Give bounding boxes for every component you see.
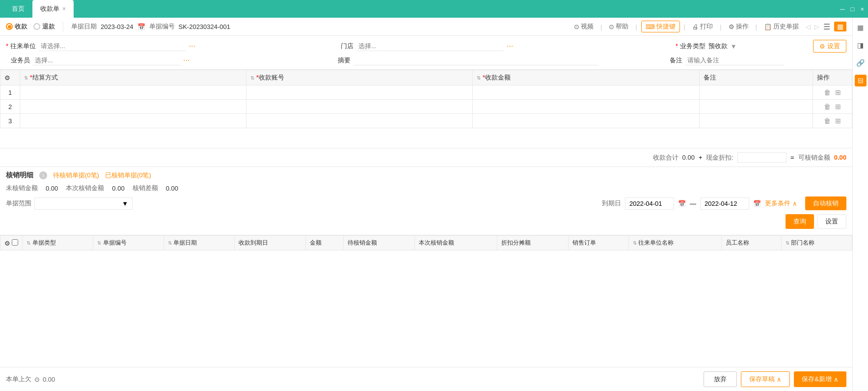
save-draft-chevron[interactable]: ∧: [777, 376, 782, 383]
discard-button[interactable]: 放弃: [704, 371, 737, 387]
summary-label: 摘要: [338, 56, 351, 65]
partner-label: 往来单位: [6, 42, 36, 51]
info-icon[interactable]: i: [39, 171, 47, 179]
row-2-delete-icon[interactable]: 🗑: [824, 103, 831, 111]
row-2-account[interactable]: [246, 100, 473, 114]
calendar-from-icon[interactable]: 📅: [678, 200, 686, 207]
discount-input[interactable]: [737, 152, 787, 163]
minimize-icon[interactable]: ─: [840, 5, 844, 13]
save-new-button[interactable]: 保存&新增 ∧: [794, 371, 846, 387]
radio-refund[interactable]: 退款: [33, 22, 55, 31]
ops-btn[interactable]: ⚙ 操作: [726, 21, 752, 32]
row-3-ops: 🗑 ⊞: [813, 114, 852, 128]
salesperson-label: 业务员: [11, 56, 30, 65]
setting-btn2[interactable]: 设置: [817, 214, 846, 229]
toolbar-row: 收款 退款 单据日期 2023-03-24 📅 单据编号 SK-20230324…: [0, 18, 852, 36]
list-view-icon[interactable]: ☰: [823, 22, 830, 31]
radio-receipt[interactable]: 收款: [6, 22, 27, 31]
date-from-input[interactable]: [625, 197, 674, 210]
history-btn[interactable]: 📋 历史单据: [761, 21, 802, 32]
print-icon: 🖨: [692, 23, 699, 30]
row-1-copy-icon[interactable]: ⊞: [835, 88, 841, 96]
more-conditions-btn[interactable]: 更多条件 ∧: [765, 199, 797, 208]
bottom-table-section: ⚙ ⇅ 单据类型 ⇅ 单据编号 ⇅ 单据日期 收款到期日 金额 待核销金额 本次…: [0, 235, 852, 367]
row-3-copy-icon[interactable]: ⊞: [835, 117, 841, 125]
row-1-note[interactable]: [699, 85, 813, 100]
save-draft-button[interactable]: 保存草稿 ∧: [741, 371, 790, 387]
help-btn[interactable]: ⊙ 帮助: [606, 21, 631, 32]
partner-field-group: 往来单位 ···: [6, 41, 321, 51]
select-all-checkbox[interactable]: [12, 239, 18, 246]
maximize-icon[interactable]: □: [851, 5, 855, 13]
calendar-to-icon[interactable]: 📅: [753, 200, 761, 207]
tab-receipt[interactable]: 收款单 ×: [32, 0, 74, 18]
sidebar-icon-paperclip[interactable]: 🔗: [855, 57, 867, 69]
row-1-delete-icon[interactable]: 🗑: [824, 88, 831, 96]
writeoff-section: 核销明细 i 待核销单据(0笔) 已核销单据(0笔) 未核销金额 0.00 本次…: [0, 167, 852, 235]
bottom-col-doc-no: ⇅ 单据编号: [93, 236, 164, 251]
row-2-note[interactable]: [699, 100, 813, 114]
row-3-amount[interactable]: [473, 114, 699, 128]
business-type-dropdown[interactable]: ▼: [731, 43, 737, 50]
settings-button[interactable]: ⚙ 设置: [813, 40, 846, 53]
uncancelled-value: 0.00: [46, 185, 58, 192]
row-1-account[interactable]: [246, 85, 473, 100]
tab-home[interactable]: 首页: [4, 0, 32, 18]
save-new-chevron[interactable]: ∧: [834, 376, 839, 383]
row-2-settlement[interactable]: [20, 100, 246, 114]
query-btn[interactable]: 查询: [786, 214, 814, 229]
sidebar-icon-4[interactable]: ⊟: [855, 75, 867, 86]
bottom-col-dept: ⇅ 部门名称: [782, 236, 852, 251]
row-1-amount[interactable]: [473, 85, 699, 100]
grid-view-icon[interactable]: ▦: [834, 22, 846, 31]
salesperson-input[interactable]: [33, 56, 180, 65]
auto-writeoff-btn[interactable]: 自动核销: [805, 196, 846, 210]
note-field-group: 备注: [650, 56, 846, 65]
form-row-2: 业务员 ··· 摘要 备注: [6, 56, 846, 65]
partner-more-icon[interactable]: ···: [189, 42, 195, 51]
table-settings-gear[interactable]: ⚙: [4, 74, 10, 82]
toolbar-actions: ⊙ 视频 | ⊙ 帮助 | ⌨ 快捷键 | 🖨 打印 | ⚙ 操作: [571, 21, 846, 32]
footer-bar: 本单上欠 ⊙ 0.00 放弃 保存草稿 ∧ 保存&新增 ∧: [0, 367, 852, 391]
doc-range-select[interactable]: ▼: [34, 197, 133, 210]
video-btn[interactable]: ⊙ 视频: [571, 21, 597, 32]
print-btn[interactable]: 🖨 打印: [689, 21, 716, 32]
summary-input[interactable]: [353, 56, 599, 65]
salesperson-field-group: 业务员 ···: [6, 56, 318, 65]
close-icon[interactable]: ×: [860, 5, 864, 13]
partner-input[interactable]: [39, 41, 186, 51]
table-gear-icon[interactable]: ⚙: [4, 240, 10, 247]
help-icon: ⊙: [609, 23, 614, 30]
sidebar-icon-1[interactable]: ▦: [855, 22, 867, 33]
store-input[interactable]: [356, 41, 504, 51]
shortcut-btn[interactable]: ⌨ 快捷键: [641, 21, 680, 32]
pending-tab[interactable]: 待核销单据(0笔): [53, 171, 99, 180]
bottom-col-pending: 待核销金额: [344, 236, 415, 251]
store-more-icon[interactable]: ···: [507, 42, 513, 51]
current-writeoff-value: 0.00: [112, 185, 124, 192]
row-2-amount[interactable]: [473, 100, 699, 114]
row-3-note[interactable]: [699, 114, 813, 128]
due-date-label: 到期日: [602, 199, 621, 208]
calendar-icon[interactable]: 📅: [137, 23, 145, 30]
done-tab[interactable]: 已核销单据(0笔): [105, 171, 151, 180]
radio-refund-label: 退款: [42, 22, 55, 31]
info-circle-icon[interactable]: ⊙: [34, 376, 40, 383]
row-3-settlement[interactable]: [20, 114, 246, 128]
radio-refund-circle: [33, 23, 40, 30]
sidebar-icon-2[interactable]: ◨: [855, 39, 867, 51]
col-settings[interactable]: ⚙: [0, 70, 20, 85]
bottom-col-partner-name: ⇅ 往来单位名称: [628, 236, 721, 251]
ops-icon: ⚙: [729, 23, 734, 30]
row-2-copy-icon[interactable]: ⊞: [835, 103, 841, 111]
writeoff-action-btns: 自动核销: [805, 196, 846, 210]
row-1-settlement[interactable]: [20, 85, 246, 100]
note-input[interactable]: [685, 56, 784, 65]
row-3-account[interactable]: [246, 114, 473, 128]
stats-row: 未核销金额 0.00 本次核销金额 0.00 核销差额 0.00: [6, 184, 846, 193]
tab-close-icon[interactable]: ×: [62, 5, 66, 12]
diff-label: 核销差额: [133, 184, 158, 193]
date-to-input[interactable]: [700, 197, 749, 210]
row-3-delete-icon[interactable]: 🗑: [824, 117, 831, 125]
salesperson-more-icon[interactable]: ···: [183, 56, 190, 65]
